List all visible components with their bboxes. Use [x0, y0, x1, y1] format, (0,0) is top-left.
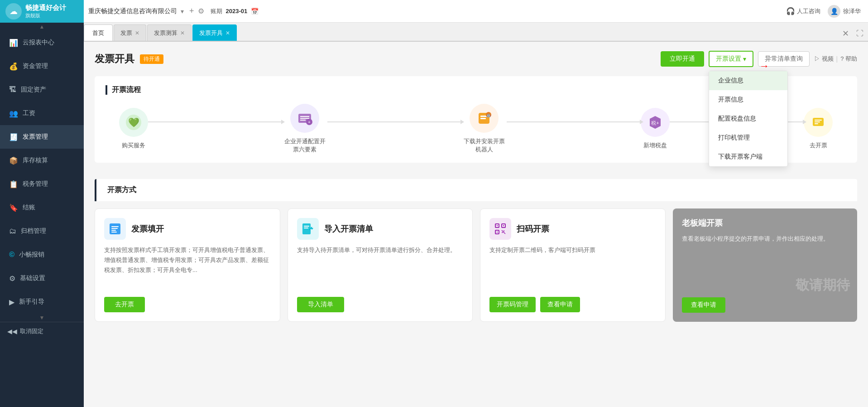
dropdown-item-taxdisk[interactable]: 配置税盘信息: [709, 109, 787, 128]
company-dropdown-icon[interactable]: ▾: [181, 8, 184, 15]
scan-icon: [489, 218, 511, 240]
jichu-icon: ⚙: [9, 274, 15, 283]
add-company-icon[interactable]: +: [189, 6, 194, 16]
sidebar-item-gudingzichan[interactable]: 🏗 固定资产: [0, 78, 84, 102]
sidebar-item-gongzi[interactable]: 👥 工资: [0, 102, 84, 125]
calendar-icon[interactable]: 📅: [251, 8, 259, 15]
step3-label: 下载并安装开票机器人: [461, 137, 507, 154]
tab-fapiaokaju[interactable]: 发票开具 ✕: [192, 24, 237, 41]
svg-text:🤖: 🤖: [486, 113, 491, 117]
sidebar-item-jiezhang[interactable]: 🔖 结账: [0, 196, 84, 219]
svg-line-33: [502, 230, 505, 234]
status-badge: 待开通: [140, 54, 163, 64]
step5-label: 去开票: [810, 141, 827, 150]
svg-rect-31: [503, 225, 504, 226]
settings-dropdown-arrow: ▾: [743, 55, 746, 63]
sidebar-item-shuiwu[interactable]: 📋 税务管理: [0, 172, 84, 196]
guidang-icon: 🗂: [9, 227, 16, 235]
window-close-btn[interactable]: ✕: [839, 27, 852, 40]
svg-rect-32: [497, 232, 498, 233]
svg-rect-30: [497, 225, 498, 226]
svg-rect-24: [302, 223, 311, 234]
user-avatar-icon: 👤: [828, 5, 840, 18]
sidebar-item-jichu[interactable]: ⚙ 基础设置: [0, 266, 84, 290]
boss-overlay-text: 敬请期待: [796, 276, 850, 295]
app-title: 畅捷通好会计: [25, 3, 66, 12]
svg-rect-25: [304, 226, 309, 227]
step1-label: 购买服务: [122, 141, 145, 150]
sidebar-item-zijin[interactable]: 💰 资金管理: [0, 54, 84, 78]
tab-fapiaocesuan[interactable]: 发票测算 ✕: [147, 24, 192, 41]
xiaochangbaoxiao-icon: ©: [9, 251, 14, 259]
fill-title: 发票填开: [131, 223, 164, 234]
settings-icon[interactable]: ⚙: [198, 7, 204, 15]
red-arrow: →: [759, 60, 769, 72]
dropdown-item-invoice-info[interactable]: 开票信息: [709, 90, 787, 109]
svg-rect-22: [111, 230, 116, 231]
boss-btn[interactable]: 查看申请: [682, 297, 725, 313]
scan-desc: 支持定制开票二维码，客户端可扫码开票: [489, 245, 656, 291]
window-maximize-btn[interactable]: ⛶: [854, 27, 866, 40]
fill-icon: [104, 218, 126, 240]
settings-btn[interactable]: 开票设置 ▾: [709, 51, 753, 67]
help-btn[interactable]: ? 帮助: [840, 55, 857, 63]
gudingzichan-icon: 🏗: [9, 86, 16, 94]
svg-rect-26: [304, 228, 308, 228]
svg-rect-16: [815, 120, 822, 121]
sidebar-scroll-up[interactable]: ▲: [0, 23, 84, 31]
sidebar-cancel-btn[interactable]: ◀◀ 取消固定: [0, 322, 84, 340]
svg-rect-20: [111, 226, 119, 227]
tab-fapiao-close[interactable]: ✕: [135, 30, 139, 36]
gongzi-icon: 👥: [9, 109, 18, 118]
period-value: 2023-01: [226, 8, 248, 15]
dropdown-item-enterprise[interactable]: 企业信息: [709, 71, 787, 90]
user-name: 徐泽华: [843, 7, 861, 15]
sidebar-item-xiaochangbaoxiao[interactable]: © 小畅报销: [0, 243, 84, 266]
settings-dropdown: → 企业信息 开票信息 配置税盘信息 打印机管理: [709, 71, 788, 167]
step4-label: 新增税盘: [643, 141, 667, 150]
svg-rect-21: [111, 228, 118, 229]
zijin-icon: 💰: [9, 62, 18, 71]
app-sub: 旗舰版: [25, 12, 66, 19]
method-card-import: 导入开票清单 支持导入待开票清单，可对待开票清单进行拆分、合并处理。 导入清单: [288, 208, 473, 322]
tab-kaiju-close[interactable]: ✕: [225, 30, 230, 36]
sidebar-scroll-down[interactable]: ▼: [0, 314, 84, 322]
dropdown-item-printer[interactable]: 打印机管理: [709, 128, 787, 147]
sidebar-item-xinshou[interactable]: ▶ 新手引导: [0, 290, 84, 314]
svg-rect-18: [815, 123, 818, 124]
headset-icon: 🎧: [786, 7, 795, 15]
scan-apply-btn[interactable]: 查看申请: [540, 297, 580, 312]
svg-rect-17: [815, 121, 820, 122]
svg-text:税+: 税+: [651, 120, 659, 126]
methods-section-title: 开票方式: [95, 179, 857, 201]
svg-rect-23: [111, 232, 117, 233]
user-profile[interactable]: 👤 徐泽华: [828, 5, 861, 18]
fill-btn[interactable]: 去开票: [104, 297, 145, 312]
import-icon: [297, 218, 319, 240]
period-label: 账期: [211, 7, 222, 15]
tab-fapiao[interactable]: 发票 ✕: [114, 24, 146, 41]
cancel-icon: ◀◀: [7, 328, 17, 335]
sidebar-item-yunbao[interactable]: 📊 云报表中心: [0, 31, 84, 54]
tab-home[interactable]: 首页: [84, 24, 113, 41]
sidebar-item-guidang[interactable]: 🗂 归档管理: [0, 219, 84, 243]
method-card-boss: 老板端开票 查看老板端小程序提交的开票申请，并作出相应的处理。 敬请期待 查看申…: [673, 208, 858, 322]
step2-label: 企业开通配置开票六要素: [282, 137, 327, 154]
sidebar-item-kucun[interactable]: 📦 库存核算: [0, 149, 84, 172]
yunbao-icon: 📊: [9, 39, 18, 47]
shuiwu-icon: 📋: [9, 180, 18, 189]
import-btn[interactable]: 导入清单: [297, 297, 344, 312]
customer-service-btn[interactable]: 🎧 人工咨询: [786, 7, 820, 15]
svg-text:+: +: [308, 120, 311, 125]
page-title: 发票开具: [95, 52, 134, 66]
scan-qr-btn[interactable]: 开票码管理: [489, 297, 536, 312]
fapiao-icon: 🧾: [9, 133, 18, 141]
sidebar-item-fapiao[interactable]: 🧾 发票管理: [0, 125, 84, 149]
import-title: 导入开票清单: [324, 223, 373, 234]
svg-rect-10: [480, 118, 486, 119]
tab-cesuan-close[interactable]: ✕: [180, 30, 185, 36]
company-name[interactable]: 重庆畅捷交通信息咨询有限公司: [88, 7, 177, 15]
video-btn[interactable]: ▷ 视频: [814, 55, 834, 63]
dropdown-item-download[interactable]: 下载开票客户端: [709, 147, 787, 166]
activate-btn[interactable]: 立即开通: [661, 51, 704, 67]
